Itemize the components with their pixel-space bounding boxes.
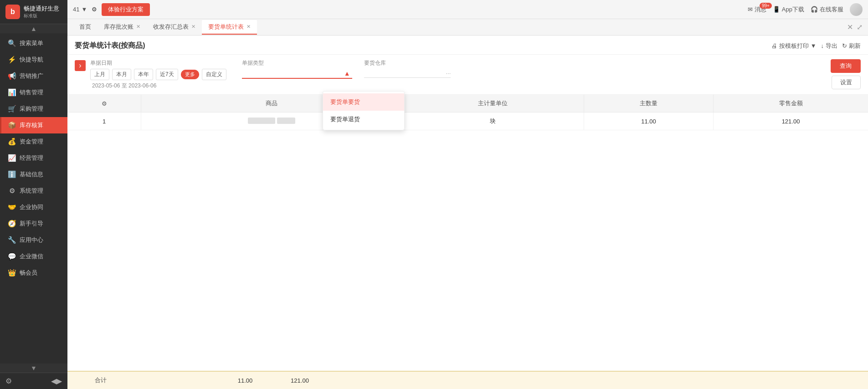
message-icon: ✉: [748, 6, 753, 13]
close-tab-icon[interactable]: ✕: [847, 23, 853, 31]
tab-close-icon[interactable]: ✕: [247, 24, 251, 30]
tab-close-icon[interactable]: ✕: [191, 24, 195, 30]
sidebar-item-营销推广[interactable]: 📢营销推广: [0, 68, 67, 84]
type-input-wrapper: ▲: [242, 69, 352, 79]
tab-close-icon[interactable]: ✕: [136, 24, 140, 30]
nav-icon: 📊: [8, 88, 16, 97]
row-amount: 121.00: [714, 113, 868, 130]
date-btn-近7天[interactable]: 近7天: [156, 69, 178, 80]
message-button[interactable]: ✉ 消息 99+: [748, 5, 766, 14]
filter-bar: › 单据日期 上月本月本年近7天更多自定义 2023-05-06 至 2023-…: [67, 55, 868, 95]
type-chevron-up-icon[interactable]: ▲: [344, 70, 350, 77]
refresh-button[interactable]: ↻ 刷新: [842, 42, 861, 50]
dropdown-item-要货单退货[interactable]: 要货单退货: [323, 111, 404, 128]
warehouse-filter-group: 要货仓库 ···: [364, 59, 451, 78]
tabsbar-end: ✕⤢: [847, 23, 863, 31]
nav-icon: 📢: [8, 72, 16, 80]
app-logo-text: 畅捷通好生意 标准版: [24, 5, 59, 19]
setting-button[interactable]: 设置: [832, 76, 861, 89]
page-header-actions: 🖨 按模板打印 ▼ ↓ 导出 ↻ 刷新: [771, 42, 861, 50]
nav-icon: 💬: [8, 252, 16, 261]
sidebar-item-快捷导航[interactable]: ⚡快捷导航: [0, 51, 67, 68]
nav-icon: 📈: [8, 154, 16, 162]
topbar-left: 41 ▼ ⚙ 体验行业方案: [73, 3, 150, 16]
col-header-4: 零售金额: [714, 95, 868, 113]
date-filter-label: 单据日期: [90, 59, 226, 67]
message-badge: 99+: [760, 3, 772, 9]
sidebar-item-企业微信[interactable]: 💬企业微信: [0, 248, 67, 265]
sidebar-item-基础信息[interactable]: ℹ️基础信息: [0, 166, 67, 183]
collapse-icon[interactable]: ◀▶: [51, 377, 62, 385]
type-filter-group: 单据类型 ▲: [242, 59, 352, 79]
app-download-button[interactable]: 📱 App下载: [773, 5, 804, 14]
sidebar-item-库存核算[interactable]: 📦库存核算: [0, 117, 67, 133]
date-filter-group: 单据日期 上月本月本年近7天更多自定义 2023-05-06 至 2023-06…: [90, 59, 226, 90]
warehouse-input[interactable]: [364, 69, 444, 77]
nav-icon: 💰: [8, 138, 16, 146]
col-header-2: 主计量单位: [402, 95, 584, 113]
avatar-image: [850, 3, 863, 16]
print-icon: 🖨: [771, 42, 777, 49]
nav-icon: 🤝: [8, 203, 16, 211]
chevron-down-icon: ▼: [811, 42, 817, 49]
print-button[interactable]: 🖨 按模板打印 ▼: [771, 42, 817, 50]
store-count: 41: [73, 6, 79, 13]
online-service-button[interactable]: 🎧 在线客服: [811, 5, 843, 14]
sidebar-item-畅会员[interactable]: 👑畅会员: [0, 265, 67, 281]
sidebar-item-应用中心[interactable]: 🔧应用中心: [0, 232, 67, 248]
sidebar-item-企业协同[interactable]: 🤝企业协同: [0, 199, 67, 215]
sidebar-item-新手引导[interactable]: 🧭新手引导: [0, 215, 67, 232]
export-button[interactable]: ↓ 导出: [821, 42, 838, 50]
settings-icon[interactable]: ⚙: [5, 377, 12, 385]
tab-库存批次账[interactable]: 库存批次账✕: [98, 20, 147, 35]
table-body: 1 块 11.00 121.00: [67, 113, 868, 130]
query-button[interactable]: 查询: [831, 59, 861, 73]
sidebar-item-搜索菜单[interactable]: 🔍搜索菜单: [0, 35, 67, 51]
date-btn-上月[interactable]: 上月: [90, 69, 109, 80]
trial-industry-button[interactable]: 体验行业方案: [102, 3, 150, 16]
row-qty: 11.00: [584, 113, 714, 130]
topbar-right: ✉ 消息 99+ 📱 App下载 🎧 在线客服: [748, 3, 863, 16]
type-filter-label: 单据类型: [242, 59, 352, 67]
date-btn-custom[interactable]: 自定义: [202, 69, 226, 80]
user-avatar[interactable]: [850, 3, 863, 16]
sidebar-item-采购管理[interactable]: 🛒采购管理: [0, 101, 67, 117]
footer-qty: 11.00: [218, 377, 272, 384]
date-filter-row: 上月本月本年近7天更多自定义: [90, 69, 226, 80]
tab-要货单统计表[interactable]: 要货单统计表✕: [202, 20, 257, 35]
app-download-label: App下载: [782, 5, 804, 14]
content-area: 要货单统计表(按商品) 🖨 按模板打印 ▼ ↓ 导出 ↻ 刷新 ›: [67, 36, 868, 389]
type-input[interactable]: [244, 70, 344, 77]
nav-icon: 📦: [8, 121, 16, 129]
nav-icon: ℹ️: [8, 170, 16, 179]
store-selector[interactable]: 41 ▼: [73, 6, 87, 13]
dropdown-item-要货单要货[interactable]: 要货单要货: [323, 93, 404, 111]
sidebar-scroll-down[interactable]: ▼: [0, 363, 67, 373]
type-dropdown: 要货单要货要货单退货: [323, 91, 405, 130]
col-header-0[interactable]: ⚙: [67, 95, 141, 113]
nav-icon: 👑: [8, 269, 16, 277]
date-btn-本月[interactable]: 本月: [112, 69, 131, 80]
nav-icon: 🔧: [8, 236, 16, 244]
warehouse-more-icon[interactable]: ···: [446, 70, 451, 77]
sidebar-item-经营管理[interactable]: 📈经营管理: [0, 150, 67, 166]
tab-收发存汇总表[interactable]: 收发存汇总表✕: [147, 20, 202, 35]
tab-首页[interactable]: 首页: [73, 20, 98, 35]
sidebar-item-系统管理[interactable]: ⚙系统管理: [0, 183, 67, 199]
date-btn-本年[interactable]: 本年: [134, 69, 153, 80]
sidebar-item-资金管理[interactable]: 💰资金管理: [0, 133, 67, 150]
settings-gear-icon[interactable]: ⚙: [92, 6, 97, 13]
filter-expand-button[interactable]: ›: [75, 60, 86, 71]
expand-tab-icon[interactable]: ⤢: [857, 23, 863, 31]
tabs-bar: 首页库存批次账✕收发存汇总表✕要货单统计表✕✕⤢: [67, 19, 868, 36]
main-area: 41 ▼ ⚙ 体验行业方案 ✉ 消息 99+ 📱 App下载 🎧 在线客服: [67, 0, 868, 389]
app-logo-icon: b: [5, 5, 20, 19]
nav-icon: 🔍: [8, 39, 16, 47]
export-icon: ↓: [821, 42, 824, 49]
col-header-3: 主数量: [584, 95, 714, 113]
date-btn-more[interactable]: 更多: [181, 70, 199, 79]
sidebar-scroll-up[interactable]: ▲: [0, 24, 67, 33]
nav-icon: 🧭: [8, 220, 16, 228]
headset-icon: 🎧: [811, 6, 818, 13]
sidebar-item-销售管理[interactable]: 📊销售管理: [0, 84, 67, 101]
